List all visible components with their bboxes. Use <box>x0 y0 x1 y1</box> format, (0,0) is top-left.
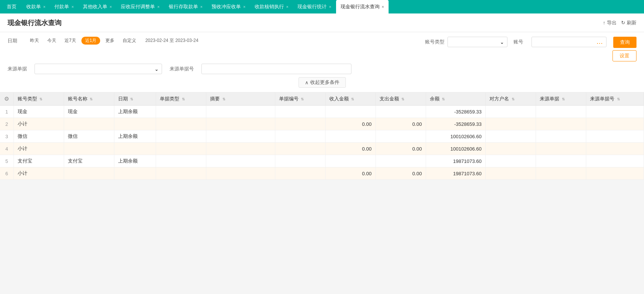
table-row: 3微信微信上期余额100102606.60 <box>0 130 644 143</box>
column-source-doc-no[interactable]: 来源单据号 ⇅ <box>586 93 644 106</box>
account-no-filter: 账号 ... <box>513 37 606 47</box>
cell-account_name: 现金 <box>64 106 114 118</box>
cell-counterpart <box>485 143 536 155</box>
export-button[interactable]: ↑ 导出 <box>603 19 617 26</box>
column-summary[interactable]: 摘要 ⇅ <box>206 93 275 106</box>
cell-expense <box>375 155 426 167</box>
cell-summary <box>206 155 275 167</box>
date-btn-more[interactable]: 更多 <box>102 37 117 45</box>
query-button[interactable]: 查询 <box>613 37 636 48</box>
date-options: 昨天 今天 近7天 近1月 更多 自定义 <box>27 37 139 45</box>
close-icon[interactable]: × <box>329 0 331 13</box>
nav-tab-fukuandan[interactable]: 付款单 × <box>50 0 78 13</box>
column-account-name[interactable]: 账号名称 ⇅ <box>64 93 114 106</box>
sort-icon: ⇅ <box>562 97 565 101</box>
date-range: 2023-02-24 至 2023-03-24 <box>145 37 198 44</box>
column-source-doc[interactable]: 来源单据 ⇅ <box>536 93 586 106</box>
settings-button[interactable]: 设置 <box>612 50 636 61</box>
cell-account_name <box>64 118 114 130</box>
sort-icon: ⇅ <box>130 97 133 101</box>
collapse-button[interactable]: ∧ 收起更多条件 <box>299 77 346 88</box>
date-btn-custom[interactable]: 自定义 <box>120 37 139 45</box>
source-doc-no-input[interactable] <box>201 64 351 74</box>
close-icon[interactable]: × <box>243 0 245 13</box>
cell-source_doc_no <box>586 143 644 155</box>
account-type-filter: 账号类型 ⌄ <box>425 37 507 47</box>
cell-summary <box>206 130 275 143</box>
cell-account_type: 微信 <box>14 130 64 143</box>
cell-source_doc <box>536 167 586 180</box>
nav-tab-yinhang[interactable]: 银行存取款单 × <box>164 0 207 13</box>
cell-date: 上期余额 <box>114 155 156 167</box>
account-label: 账号 <box>513 39 528 45</box>
chevron-up-icon: ∧ <box>305 80 309 85</box>
close-icon[interactable]: × <box>286 0 288 13</box>
date-btn-1month[interactable]: 近1月 <box>81 37 101 45</box>
account-no-input[interactable]: ... <box>531 37 606 47</box>
header-actions: ↑ 导出 ↻ 刷新 <box>603 19 637 26</box>
date-btn-today[interactable]: 今天 <box>44 37 59 45</box>
close-icon[interactable]: × <box>43 0 45 13</box>
cell-source_doc <box>536 130 586 143</box>
date-btn-7days[interactable]: 近7天 <box>62 37 79 45</box>
source-doc-select[interactable]: ⌄ <box>35 64 162 74</box>
column-income[interactable]: 收入金额 ⇅ <box>325 93 375 106</box>
cell-expense: 0.00 <box>375 167 426 180</box>
close-icon[interactable]: × <box>382 0 384 13</box>
cell-date: 上期余额 <box>114 106 156 118</box>
nav-tab-cashflow[interactable]: 现金银行流水查询 × <box>336 0 389 13</box>
nav-tab-statistics[interactable]: 现金银行统计 × <box>293 0 336 13</box>
sort-icon: ⇅ <box>401 97 404 101</box>
cell-doc_type <box>156 167 206 180</box>
column-date[interactable]: 日期 ⇅ <box>114 93 156 106</box>
column-doc-no[interactable]: 单据编号 ⇅ <box>275 93 325 106</box>
close-icon[interactable]: × <box>200 0 203 13</box>
cell-source_doc_no <box>586 167 644 180</box>
cell-source_doc <box>536 155 586 167</box>
cell-income: 0.00 <box>325 143 375 155</box>
column-counterpart[interactable]: 对方户名 ⇅ <box>485 93 536 106</box>
sort-icon: ⇅ <box>39 97 42 101</box>
column-expense[interactable]: 支出金额 ⇅ <box>375 93 426 106</box>
cell-balance: -3528659.33 <box>426 118 485 130</box>
cell-income: 0.00 <box>325 167 375 180</box>
cell-source_doc <box>536 143 586 155</box>
account-type-label: 账号类型 <box>425 39 444 45</box>
nav-tab-qitataxshouru[interactable]: 其他收入单 × <box>78 0 116 13</box>
cell-doc_no <box>275 106 325 118</box>
cell-source_doc_no <box>586 118 644 130</box>
cell-source_doc_no <box>586 130 644 143</box>
table-settings-gear[interactable]: ⚙ <box>4 96 9 102</box>
nav-tab-yingshou[interactable]: 应收应付调整单 × <box>116 0 164 13</box>
nav-tab-shoukuandan[interactable]: 收款单 × <box>22 0 50 13</box>
nav-home[interactable]: 首页 <box>2 0 22 13</box>
column-doc-type[interactable]: 单据类型 ⇅ <box>156 93 206 106</box>
cell-balance: 100102606.60 <box>426 143 485 155</box>
cell-expense <box>375 130 426 143</box>
cell-counterpart <box>485 118 536 130</box>
cell-account_type: 现金 <box>14 106 64 118</box>
source-doc-no-label: 来源单据号 <box>170 66 194 72</box>
close-icon[interactable]: × <box>110 0 112 13</box>
row-number: 5 <box>0 155 14 167</box>
sort-icon: ⇅ <box>90 97 93 101</box>
date-btn-yesterday[interactable]: 昨天 <box>27 37 42 45</box>
refresh-button[interactable]: ↻ 刷新 <box>621 19 636 26</box>
cell-expense: 0.00 <box>375 143 426 155</box>
table-header-row: ⚙ 账号类型 ⇅ 账号名称 ⇅ 日期 ⇅ 单据类型 ⇅ <box>0 93 644 106</box>
row-number: 4 <box>0 143 14 155</box>
sort-icon: ⇅ <box>182 97 185 101</box>
cell-doc_type <box>156 130 206 143</box>
nav-tab-shoukuan[interactable]: 收款核销执行 × <box>250 0 293 13</box>
column-account-type[interactable]: 账号类型 ⇅ <box>14 93 64 106</box>
close-icon[interactable]: × <box>157 0 159 13</box>
cell-expense: 0.00 <box>375 118 426 130</box>
cell-source_doc_no <box>586 155 644 167</box>
column-balance[interactable]: 余额 ⇅ <box>426 93 485 106</box>
account-type-select[interactable]: ⌄ <box>447 37 507 47</box>
close-icon[interactable]: × <box>71 0 74 13</box>
column-settings: ⚙ <box>0 93 14 106</box>
nav-tab-yushou[interactable]: 预收冲应收单 × <box>207 0 250 13</box>
account-ellipsis-btn[interactable]: ... <box>597 39 603 45</box>
cell-account_name: 支付宝 <box>64 155 114 167</box>
